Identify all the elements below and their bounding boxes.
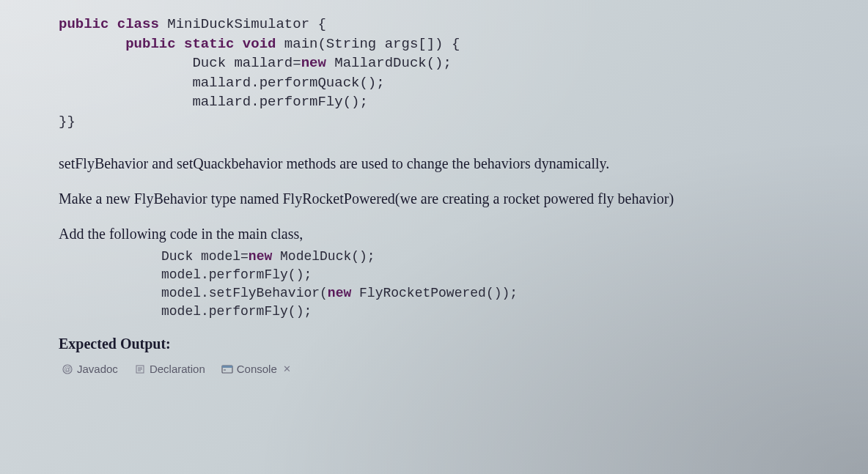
code-text: model.performFly(); — [161, 304, 312, 319]
code-text: Duck mallard= — [59, 55, 301, 71]
code-text: model.setFlyBehavior( — [161, 286, 328, 300]
keyword: new — [249, 249, 272, 264]
code-text: model.performFly(); — [161, 267, 312, 282]
code-block-2: Duck model=new ModelDuck(); model.perfor… — [161, 248, 809, 322]
paragraph-3: Add the following code in the main class… — [59, 223, 809, 245]
code-text: FlyRocketPowered()); — [351, 286, 518, 300]
tab-label: Console — [237, 363, 277, 375]
close-icon[interactable]: ✕ — [283, 363, 291, 374]
tab-label: Declaration — [150, 363, 205, 375]
code-text: main(String args[]) { — [276, 36, 460, 52]
expected-output-heading: Expected Output: — [59, 336, 809, 352]
code-text: ModelDuck(); — [272, 249, 375, 264]
code-text: }} — [59, 114, 76, 130]
code-text: mallard.performFly(); — [59, 94, 368, 110]
tab-console[interactable]: Console ✕ — [218, 361, 294, 377]
keyword: public class — [59, 16, 159, 32]
svg-text:@: @ — [64, 366, 70, 373]
svg-rect-7 — [222, 366, 232, 368]
code-text: MallardDuck(); — [326, 55, 452, 71]
code-text: MiniDuckSimulator { — [159, 16, 326, 32]
tab-javadoc[interactable]: @ Javadoc — [59, 361, 121, 377]
paragraph-1: setFlyBehavior and setQuackbehavior meth… — [59, 152, 809, 174]
paragraph-2: Make a new FlyBehavior type named FlyRoc… — [59, 188, 809, 210]
code-text: mallard.performQuack(); — [59, 75, 385, 91]
keyword: public static void — [59, 36, 276, 52]
code-text: Duck model= — [161, 249, 249, 264]
tab-declaration[interactable]: Declaration — [131, 361, 208, 377]
console-icon — [221, 363, 233, 375]
tab-label: Javadoc — [77, 363, 118, 375]
at-icon: @ — [62, 363, 73, 375]
code-block-1: public class MiniDuckSimulator { public … — [59, 15, 809, 132]
declaration-icon — [134, 363, 146, 375]
keyword: new — [328, 286, 351, 300]
keyword: new — [301, 55, 326, 71]
ide-tabs: @ Javadoc Declaration Console ✕ — [59, 361, 809, 377]
